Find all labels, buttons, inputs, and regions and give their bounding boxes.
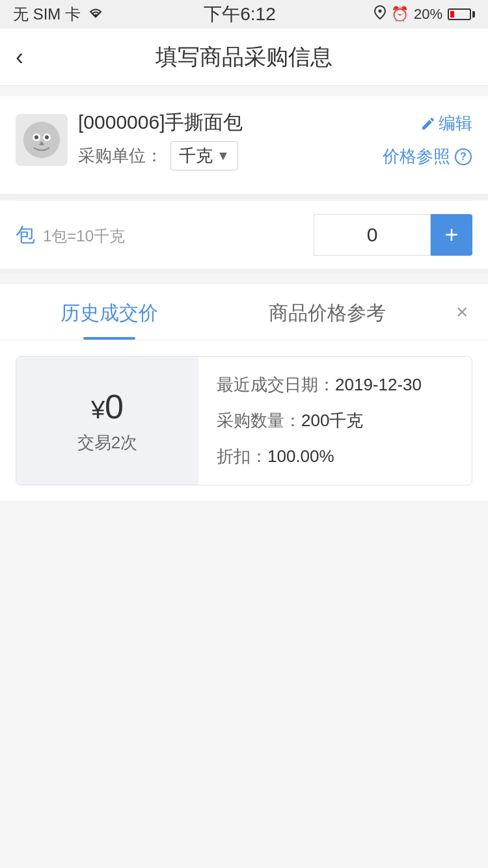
- product-card: [0000006]手撕面包 采购单位： 千克 ▼ 编辑 价格参照 ?: [0, 96, 488, 194]
- product-header: [0000006]手撕面包 采购单位： 千克 ▼ 编辑 价格参照 ?: [16, 109, 472, 170]
- package-char: 包: [16, 222, 35, 249]
- product-image: [16, 114, 68, 166]
- tab-close-button[interactable]: ×: [436, 300, 488, 324]
- price-info-section: ¥0 交易2次 最近成交日期：2019-12-30 采购数量：200千克 折扣：…: [0, 340, 488, 501]
- info-recent-date: 最近成交日期：2019-12-30: [217, 372, 454, 398]
- status-left: 无 SIM 卡: [13, 4, 105, 25]
- section-divider-2: [0, 269, 488, 274]
- quantity-section: 包 1包=10千克 +: [0, 200, 488, 269]
- section-divider-1: [0, 194, 488, 199]
- location-icon: [374, 5, 386, 23]
- status-time: 下午6:12: [204, 2, 276, 27]
- tab-history-price[interactable]: 历史成交价: [0, 284, 218, 340]
- status-right: ⏰ 20%: [374, 5, 475, 23]
- quantity-label: 包 1包=10千克: [16, 222, 125, 249]
- edit-icon: [420, 116, 436, 131]
- product-unit-row: 采购单位： 千克 ▼: [78, 141, 243, 170]
- quantity-input-group: +: [314, 214, 472, 256]
- status-bar: 无 SIM 卡 下午6:12 ⏰ 20%: [0, 0, 488, 29]
- edit-button[interactable]: 编辑: [420, 112, 472, 135]
- product-name-section: [0000006]手撕面包 采购单位： 千克 ▼: [78, 109, 243, 170]
- unit-select[interactable]: 千克 ▼: [170, 141, 238, 170]
- page-title: 填写商品采购信息: [156, 42, 332, 72]
- svg-point-4: [34, 135, 38, 139]
- quantity-input[interactable]: [314, 214, 431, 256]
- price-left-panel: ¥0 交易2次: [16, 357, 198, 485]
- svg-point-1: [23, 122, 60, 158]
- tabs-header: 历史成交价 商品价格参考 ×: [0, 284, 488, 340]
- price-info-card: ¥0 交易2次 最近成交日期：2019-12-30 采购数量：200千克 折扣：…: [16, 356, 472, 485]
- battery-icon: [448, 8, 475, 20]
- tab-product-price-ref[interactable]: 商品价格参考: [218, 284, 436, 340]
- help-icon: ?: [454, 148, 472, 166]
- product-actions: 编辑 价格参照 ?: [383, 112, 472, 168]
- unit-value: 千克: [179, 144, 213, 167]
- svg-text:?: ?: [460, 151, 467, 162]
- unit-label: 采购单位：: [78, 144, 163, 167]
- svg-point-5: [45, 135, 49, 139]
- quantity-row: 包 1包=10千克 +: [16, 200, 472, 269]
- price-trade-count: 交易2次: [77, 431, 137, 454]
- sim-status: 无 SIM 卡: [13, 4, 81, 25]
- product-logo-svg: [21, 119, 62, 161]
- quantity-plus-button[interactable]: +: [431, 214, 472, 256]
- price-ref-button[interactable]: 价格参照 ?: [383, 145, 472, 168]
- unit-dropdown-arrow: ▼: [217, 148, 230, 163]
- package-desc: 1包=10千克: [43, 226, 125, 247]
- info-discount: 折扣：100.00%: [217, 444, 454, 469]
- tabs-panel: 历史成交价 商品价格参考 × ¥0 交易2次 最近成交日期：2019-12-30…: [0, 284, 488, 501]
- tab-active-underline: [83, 337, 135, 340]
- product-id-name: [0000006]手撕面包: [78, 109, 243, 136]
- price-right-panel: 最近成交日期：2019-12-30 采购数量：200千克 折扣：100.00%: [198, 357, 472, 485]
- price-amount: ¥0: [91, 387, 124, 426]
- nav-bar: ‹ 填写商品采购信息: [0, 29, 488, 86]
- product-left: [0000006]手撕面包 采购单位： 千克 ▼: [16, 109, 243, 170]
- info-quantity: 采购数量：200千克: [217, 408, 454, 433]
- back-button[interactable]: ‹: [16, 44, 23, 71]
- battery-percent: 20%: [414, 6, 442, 23]
- svg-point-0: [378, 10, 381, 13]
- wifi-icon: [86, 5, 105, 23]
- alarm-icon: ⏰: [391, 6, 409, 23]
